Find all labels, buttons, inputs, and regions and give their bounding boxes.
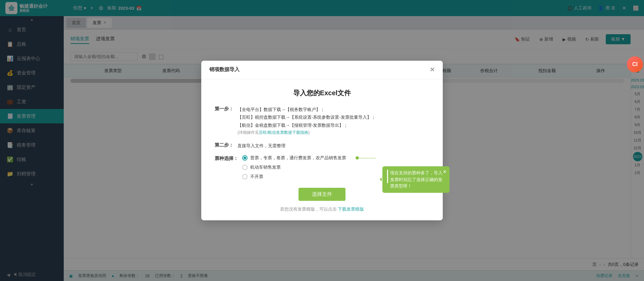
step1-line-2: 【百旺】税控盘数据下载→【系统设置-系统参数设置-发票批量导入】； — [237, 113, 376, 121]
modal-header: 销项数据导入 ✕ — [201, 61, 443, 79]
step1-note: (详细操作见百旺/航信发票数据下载指南) — [237, 129, 376, 136]
step1-line-3: 【航信】金税盘数据下载→【报税管理-发票数据导出】； — [237, 121, 376, 129]
tooltip-close-btn[interactable]: ✕ — [443, 168, 447, 175]
ticket-option-normal[interactable]: 普票，专票，卷票，通行费发票，农产品销售发票 现在支持的票种多了，导入发票时别忘… — [242, 155, 376, 161]
ticket-options: 普票，专票，卷票，通行费发票，农产品销售发票 现在支持的票种多了，导入发票时别忘… — [242, 155, 376, 180]
ticket-vehicle-label: 机动车销售发票 — [250, 164, 281, 170]
modal-body: 导入您的Excel文件 第一步： 【全电平台】数据下载→【税务数字账户】； 【百… — [201, 79, 443, 220]
step2-label: 第二步： — [215, 142, 233, 148]
tooltip-bubble: 现在支持的票种多了，导入发票时别忘了选择正确的发票类型呀！ ✕ — [382, 166, 449, 193]
ticket-label: 票种选择： — [215, 156, 238, 162]
ticket-option-no-ticket[interactable]: 不开票 — [242, 174, 376, 180]
select-file-btn[interactable]: 选择文件 — [299, 188, 345, 201]
tooltip-dot — [356, 156, 359, 160]
step1-row: 第一步： 【全电平台】数据下载→【税务数字账户】； 【百旺】税控盘数据下载→【系… — [215, 106, 429, 136]
ci-initials: CI — [627, 56, 643, 72]
radio-vehicle[interactable] — [242, 165, 248, 170]
step2-content: 直接导入文件，无需整理 — [237, 142, 285, 150]
step1-label: 第一步： — [215, 106, 233, 112]
modal-body-title: 导入您的Excel文件 — [215, 89, 429, 98]
ticket-no-ticket-label: 不开票 — [250, 174, 263, 180]
radio-normal[interactable] — [242, 155, 248, 161]
radio-no-ticket[interactable] — [242, 174, 248, 179]
modal-title: 销项数据导入 — [209, 66, 239, 73]
user-ci-avatar: CI — [627, 56, 643, 72]
ticket-option-vehicle[interactable]: 机动车销售发票 — [242, 164, 376, 170]
ticket-select-row: 票种选择： 普票，专票，卷票，通行费发票，农产品销售发票 现在支持的票种多了，导 — [215, 155, 429, 180]
step2-row: 第二步： 直接导入文件，无需整理 — [215, 142, 429, 150]
step1-content: 【全电平台】数据下载→【税务数字账户】； 【百旺】税控盘数据下载→【系统设置-系… — [237, 106, 376, 136]
step1-link[interactable]: 百旺/航信发票数据下载指南 — [259, 130, 308, 135]
import-modal: 销项数据导入 ✕ 导入您的Excel文件 第一步： 【全电平台】数据下载→【税务… — [201, 61, 443, 220]
tooltip-text: 现在支持的票种多了，导入发票时别忘了选择正确的发票类型呀！ — [390, 170, 442, 188]
tooltip-connector-line — [359, 158, 376, 158]
download-template-link[interactable]: 下载发票模版 — [338, 207, 364, 212]
ticket-normal-label: 普票，专票，卷票，通行费发票，农产品销售发票 — [250, 155, 346, 161]
modal-close-btn[interactable]: ✕ — [430, 66, 435, 73]
tooltip-area: 现在支持的票种多了，导入发票时别忘了选择正确的发票类型呀！ ✕ — [356, 156, 376, 160]
step1-line-1: 【全电平台】数据下载→【税务数字账户】； — [237, 106, 376, 113]
modal-overlay: 销项数据导入 ✕ 导入您的Excel文件 第一步： 【全电平台】数据下载→【税务… — [0, 0, 644, 281]
modal-footer: 若您没有发票模版，可以点击 下载发票模版 — [215, 206, 429, 212]
tooltip-bar — [387, 170, 388, 183]
